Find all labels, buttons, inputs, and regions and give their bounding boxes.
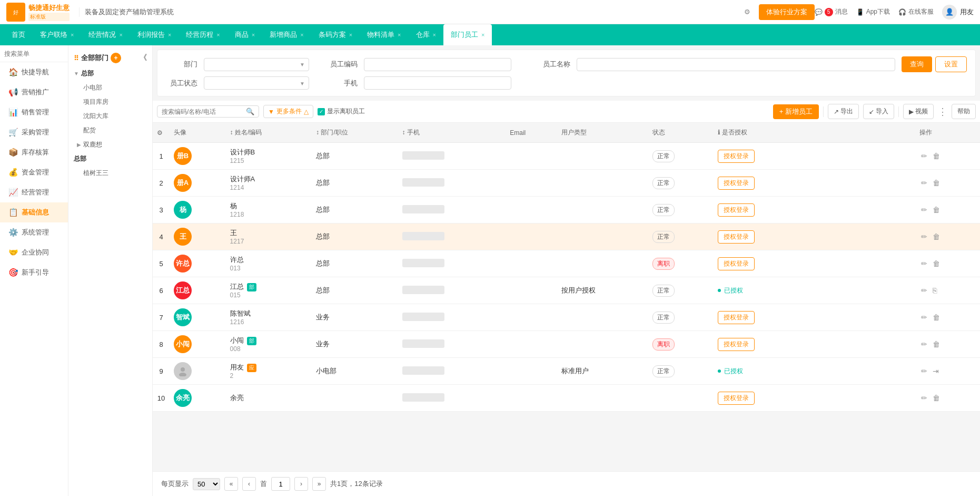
delete-icon[interactable]: 🗑 [933,259,940,268]
close-icon[interactable]: × [71,32,74,38]
msg-button[interactable]: 💬 5 消息 [815,7,848,16]
edit-icon[interactable]: ✏ [921,232,927,241]
dept-node-zongbu[interactable]: ▼ 总部 [68,66,152,81]
first-page-button[interactable]: « [224,477,238,491]
collapse-icon[interactable]: 《 [140,53,147,63]
link-icon[interactable]: ⇥ [933,367,939,375]
close-icon[interactable]: × [119,32,122,38]
copy-icon[interactable]: ⎘ [933,286,937,295]
more-filter-button[interactable]: ▼ 更多条件 △ [263,105,313,118]
auth-btn[interactable]: 授权登录 [718,392,755,405]
close-icon[interactable]: × [168,32,171,38]
prev-page-button[interactable]: ‹ [242,477,256,491]
help-button[interactable]: 帮助 [952,104,976,119]
close-icon[interactable]: × [300,32,303,38]
add-dept-button[interactable]: + [111,53,121,63]
search-input[interactable] [162,108,246,115]
delete-icon[interactable]: 🗑 [933,313,940,322]
tab-add-goods[interactable]: 新增商品× [262,24,311,45]
delete-icon[interactable]: 🗑 [933,206,940,214]
last-page-button[interactable]: » [312,477,326,491]
sidebar-item-sales[interactable]: 📊 销售管理 [0,102,68,122]
th-name[interactable]: ↕ 姓名/编码 [226,123,312,143]
delete-icon[interactable]: 🗑 [933,232,940,241]
sidebar-search-input[interactable] [4,50,68,57]
edit-icon[interactable]: ✏ [921,313,927,322]
edit-icon[interactable]: ✏ [921,152,927,160]
import-button[interactable]: ↙ 导入 [863,104,894,119]
show-resigned-toggle[interactable]: ✓ 显示离职员工 [318,107,365,116]
tab-bom[interactable]: 物料清单× [360,24,408,45]
dept-node-shuanglu[interactable]: ▶ 双鹿想 [68,138,152,152]
close-icon[interactable]: × [252,32,255,38]
sidebar-item-quicknav[interactable]: 🏠 快捷导航 [0,62,68,82]
next-page-button[interactable]: › [294,477,308,491]
edit-icon[interactable]: ✏ [921,259,927,268]
close-icon[interactable]: × [433,32,436,38]
per-page-select[interactable]: 50 100 [193,478,220,490]
close-icon[interactable]: × [398,32,401,38]
edit-icon[interactable]: ✏ [921,394,927,402]
set-button[interactable]: 设置 [935,56,967,72]
th-dept[interactable]: ↕ 部门/职位 [312,123,398,143]
emp-status-select[interactable] [204,76,309,90]
sidebar-item-collab[interactable]: 🤝 企业协同 [0,242,68,262]
add-emp-button[interactable]: + 新增员工 [773,104,819,119]
query-button[interactable]: 查询 [902,56,932,72]
sidebar-item-operation[interactable]: 📈 经营管理 [0,182,68,202]
sidebar-item-finance[interactable]: 💰 资金管理 [0,162,68,182]
tab-history[interactable]: 经营历程× [179,24,227,45]
dept-node-zongbu2[interactable]: 总部 [68,152,152,166]
dept-sub-peihuo[interactable]: 配货 [68,123,152,138]
dept-select[interactable] [204,58,309,71]
tab-profit[interactable]: 利润报告× [130,24,179,45]
tab-dept-emp[interactable]: 部门员工× [443,24,492,45]
dept-sub-shenyang[interactable]: 沈阳大库 [68,109,152,123]
edit-icon[interactable]: ✏ [921,286,927,295]
edit-icon[interactable]: ✏ [921,367,927,375]
dept-sub-xiaodiangbu[interactable]: 小电部 [68,81,152,95]
export-button[interactable]: ↗ 导出 [828,104,859,119]
emp-code-input[interactable] [364,58,511,71]
emp-name-input[interactable] [577,58,895,71]
auth-btn[interactable]: 授权登录 [718,177,755,190]
phone-input[interactable] [364,76,511,90]
auth-btn[interactable]: 授权登录 [718,150,755,163]
trial-button[interactable]: 体验行业方案 [759,4,815,20]
delete-icon[interactable]: 🗑 [933,152,940,160]
tab-operation[interactable]: 经营情况× [81,24,130,45]
edit-icon[interactable]: ✏ [921,340,927,348]
tab-barcode[interactable]: 条码方案× [311,24,360,45]
sidebar-item-marketing[interactable]: 📢 营销推广 [0,82,68,102]
delete-icon[interactable]: 🗑 [933,340,940,348]
edit-icon[interactable]: ✏ [921,206,927,214]
auth-btn[interactable]: 授权登录 [718,311,755,324]
th-settings[interactable]: ⚙ [153,123,170,143]
th-phone[interactable]: ↕ 手机 [398,123,506,143]
user-area[interactable]: 👤 用友 [942,5,974,20]
online-service-button[interactable]: 🎧 在线客服 [898,7,934,16]
sidebar-item-inventory[interactable]: 📦 库存核算 [0,142,68,162]
auth-btn[interactable]: 授权登录 [718,230,755,244]
close-icon[interactable]: × [216,32,220,38]
sidebar-item-guide[interactable]: 🎯 新手引导 [0,262,68,283]
app-download-button[interactable]: 📱 App下载 [856,7,890,16]
close-icon[interactable]: × [349,32,352,38]
tab-goods[interactable]: 商品× [227,24,262,45]
tab-customer[interactable]: 客户联络× [33,24,81,45]
sidebar-item-system[interactable]: ⚙️ 系统管理 [0,222,68,242]
edit-icon[interactable]: ✏ [921,179,927,187]
page-number-input[interactable] [271,477,290,491]
auth-btn[interactable]: 授权登录 [718,338,755,351]
tab-home[interactable]: 首页 [4,24,33,45]
close-icon[interactable]: × [481,32,484,38]
delete-icon[interactable]: 🗑 [933,179,940,187]
tab-warehouse[interactable]: 仓库× [409,24,443,45]
sidebar-item-basic[interactable]: 📋 基础信息 [0,202,68,222]
sidebar-item-purchase[interactable]: 🛒 采购管理 [0,122,68,142]
settings-icon[interactable]: ⚙ [740,5,755,20]
delete-icon[interactable]: 🗑 [933,394,940,402]
dept-sub-xiangmukufang[interactable]: 项目库房 [68,95,152,109]
dept-sub-zhishu[interactable]: 植树王三 [68,166,152,180]
auth-btn[interactable]: 授权登录 [718,203,755,217]
